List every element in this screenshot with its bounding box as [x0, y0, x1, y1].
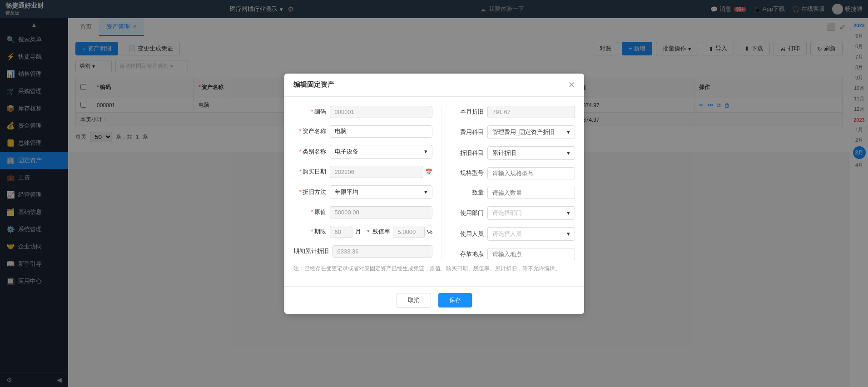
modal-footer: 取消 保存	[284, 286, 584, 314]
cancel-button[interactable]: 取消	[397, 293, 431, 308]
chevron-down-icon: ▾	[424, 189, 427, 195]
chevron-down-icon: ▾	[567, 149, 570, 156]
period-unit: 月	[355, 228, 361, 236]
depreciation-method-select[interactable]: 年限平均 ▾	[330, 185, 433, 199]
chevron-down-icon: ▾	[424, 148, 427, 155]
form-item-category: *类别名称 电子设备 ▾	[293, 145, 433, 159]
form-grid: *编码 *资产名称 *类别名称 电子设备 ▾	[293, 106, 575, 260]
code-input[interactable]	[330, 106, 433, 118]
form-item-department: 使用部门 请选择部门 ▾	[451, 206, 575, 220]
monthly-depreciation-input[interactable]	[487, 106, 575, 118]
person-select[interactable]: 请选择人员 ▾	[487, 227, 575, 241]
modal-title: 编辑固定资产	[293, 80, 334, 89]
form-item-spec: 规格型号	[451, 167, 575, 179]
modal-body: *编码 *资产名称 *类别名称 电子设备 ▾	[284, 97, 584, 286]
form-item-person: 使用人员 请选择人员 ▾	[451, 227, 575, 241]
modal-header: 编辑固定资产 ✕	[284, 74, 584, 97]
depreciation-subject-select[interactable]: 累计折旧 ▾	[487, 146, 575, 160]
quantity-input[interactable]	[487, 187, 575, 199]
residual-rate-input[interactable]	[393, 226, 425, 238]
chevron-down-icon: ▾	[567, 129, 570, 135]
category-select[interactable]: 电子设备 ▾	[330, 145, 433, 159]
form-item-quantity: 数量	[451, 187, 575, 199]
initial-depreciation-input[interactable]	[332, 245, 433, 258]
form-col-left: *编码 *资产名称 *类别名称 电子设备 ▾	[293, 106, 442, 260]
edit-asset-modal: 编辑固定资产 ✕ *编码 *资产名称	[284, 74, 584, 314]
form-item-expense-subject: 费用科目 管理费用_固定资产折旧 ▾	[451, 125, 575, 139]
chevron-down-icon: ▾	[567, 209, 570, 216]
residual-rate-unit: %	[427, 228, 433, 235]
form-item-period: *期限 月 * 残值率 %	[293, 226, 433, 238]
asset-name-input[interactable]	[330, 125, 433, 138]
form-item-depreciation-subject: 折旧科目 累计折旧 ▾	[451, 146, 575, 160]
period-input[interactable]	[330, 226, 352, 238]
form-item-depreciation-method: *折旧方法 年限平均 ▾	[293, 185, 433, 199]
modal-note: 注：已经存在变更记录或者对应固定资产已经生成凭证，原值、购买日期、残值率、累计折…	[293, 260, 575, 277]
purchase-date-input[interactable]	[330, 166, 424, 178]
residual-rate-label: 残值率	[372, 228, 390, 236]
form-item-monthly-depreciation: 本月折旧	[451, 106, 575, 118]
location-input[interactable]	[487, 248, 575, 260]
spec-input[interactable]	[487, 167, 575, 179]
form-item-original-value: *原值	[293, 206, 433, 218]
modal-overlay: 编辑固定资产 ✕ *编码 *资产名称	[0, 0, 868, 387]
modal-close-btn[interactable]: ✕	[568, 80, 575, 90]
form-item-location: 存放地点	[451, 248, 575, 260]
form-item-asset-name: *资产名称	[293, 125, 433, 138]
chevron-down-icon: ▾	[567, 230, 570, 237]
form-item-code: *编码	[293, 106, 433, 118]
original-value-input[interactable]	[330, 206, 433, 218]
form-item-purchase-date: *购买日期 📅	[293, 166, 433, 178]
form-item-initial-depreciation: 期初累计折旧	[293, 245, 433, 258]
department-select[interactable]: 请选择部门 ▾	[487, 206, 575, 220]
calendar-icon[interactable]: 📅	[425, 169, 432, 175]
expense-subject-select[interactable]: 管理费用_固定资产折旧 ▾	[487, 125, 575, 139]
form-col-right: 本月折旧 费用科目 管理费用_固定资产折旧 ▾ 折旧科目	[442, 106, 575, 260]
save-button[interactable]: 保存	[438, 293, 472, 308]
